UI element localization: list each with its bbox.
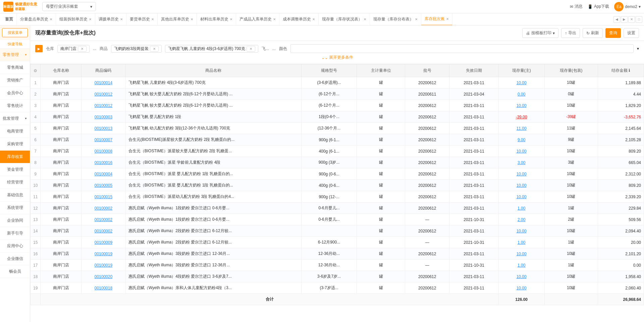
close-icon[interactable]: ✕ <box>230 17 232 21</box>
row-code[interactable]: 00100020 <box>82 271 126 282</box>
close-icon[interactable]: ✕ <box>273 17 276 21</box>
close-icon[interactable]: ✕ <box>151 17 154 21</box>
sidebar-item-member2[interactable]: 畅会员 <box>0 265 30 278</box>
row-code[interactable]: 00100013 <box>82 123 126 134</box>
row-qty-main[interactable]: 10.00 <box>498 77 544 89</box>
row-qty-main[interactable]: 3.00 <box>498 157 544 168</box>
row-code[interactable]: 00100019 <box>82 260 126 271</box>
row-qty-main[interactable]: 0.00 <box>498 89 544 100</box>
warehouse-tag[interactable]: 南岸门店 ✕ <box>57 45 90 53</box>
row-code[interactable]: 00100014 <box>82 77 126 89</box>
sidebar-item-member[interactable]: 会员中心 <box>0 87 30 100</box>
sidebar-item-retail-mgmt[interactable]: 零售管理 ▼ <box>0 49 30 61</box>
row-qty-main[interactable]: 10.00 <box>498 191 544 203</box>
tab-maximize[interactable]: □ <box>636 16 642 23</box>
row-code[interactable]: 00100009 <box>82 237 126 248</box>
tab-fendian[interactable]: 分量盘点单历史 ✕ <box>17 13 56 25</box>
row-code[interactable]: 00100012 <box>82 89 126 100</box>
row-code[interactable]: 00100003 <box>82 111 126 123</box>
row-code[interactable]: 00100008 <box>82 146 126 157</box>
row-code[interactable]: 00100016 <box>82 157 126 168</box>
row-code[interactable]: 00100002 <box>82 214 126 225</box>
row-qty-main[interactable]: 1.00 <box>498 260 544 271</box>
sidebar-item-system[interactable]: 系统管理 <box>0 202 30 214</box>
tab-xiancunliang2[interactable]: 现存量（库存分布表） ✕ <box>370 13 421 25</box>
app-download-button[interactable]: 📱 App下载 <box>588 4 609 9</box>
row-code[interactable]: 00100018 <box>82 282 126 294</box>
row-qty-main[interactable]: 10.00 <box>498 100 544 111</box>
row-qty-main[interactable]: 10.00 <box>498 271 544 282</box>
sidebar-item-wechat[interactable]: 企业微信 <box>0 253 30 265</box>
row-qty-main[interactable]: 2.00 <box>498 214 544 225</box>
export-button[interactable]: ↑ 导出 <box>561 28 580 38</box>
tab-chanpin[interactable]: 产成品入库单历史 ✕ <box>236 13 279 25</box>
settings-icon[interactable]: ⚙ <box>34 68 37 73</box>
sidebar-item-marketing[interactable]: 营销推广 <box>0 74 30 87</box>
close-icon[interactable]: ✕ <box>50 17 52 21</box>
row-code[interactable]: 00100007 <box>82 134 126 146</box>
product-tag-2-close[interactable]: ✕ <box>247 46 255 52</box>
tab-kucun-pici[interactable]: 库存批次账 ✕ <box>421 13 452 25</box>
query-button[interactable]: 查询 <box>605 28 621 38</box>
settings-button[interactable]: 设置 <box>624 28 639 38</box>
color-input[interactable] <box>290 44 634 53</box>
tab-cailiao[interactable]: 材料出库单历史 ✕ <box>197 13 236 25</box>
tab-chuku[interactable]: 其他出库单历史 ✕ <box>158 13 197 25</box>
row-qty-main[interactable]: 9.00 <box>498 134 544 146</box>
sidebar-item-enterprise[interactable]: 企业协同 <box>0 214 30 227</box>
close-icon[interactable]: ✕ <box>415 17 418 21</box>
sidebar-item-operations[interactable]: 经营管理 <box>0 176 30 189</box>
row-code[interactable]: 00100005 <box>82 180 126 191</box>
close-icon[interactable]: ✕ <box>120 17 123 21</box>
product-extra-dots[interactable]: ... <box>272 46 276 51</box>
row-code[interactable]: 00100002 <box>82 203 126 214</box>
user-menu[interactable]: Ea demo2 ▾ <box>614 2 641 11</box>
row-qty-main[interactable]: 11.00 <box>498 123 544 134</box>
sidebar-item-retail-stats[interactable]: 零售统计 <box>0 100 30 112</box>
tab-prev-arrow[interactable]: ◀ <box>613 16 620 23</box>
tab-diaopei[interactable]: 调拨单历史 ✕ <box>95 13 126 25</box>
tab-xiancunliang1[interactable]: 现存量（库存状况表） ✕ <box>319 13 370 25</box>
row-qty-main[interactable]: 10.00 <box>498 282 544 294</box>
close-icon[interactable]: ✕ <box>446 17 449 21</box>
quick-nav-button[interactable]: 快捷导航 <box>0 40 30 49</box>
sidebar-item-ecommerce[interactable]: 电商管理 <box>0 125 30 138</box>
product-tag-2[interactable]: 飞鹤星飞帆 儿童奶粉 4段(3-6岁适用) 700克 ✕ <box>165 45 258 53</box>
row-code[interactable]: 00100019 <box>82 248 126 260</box>
message-button[interactable]: ✉ 消息 <box>570 4 583 9</box>
expand-filter-button[interactable]: ▶ <box>35 45 43 52</box>
tab-chengben[interactable]: 成本调整单历史 ✕ <box>279 13 319 25</box>
tab-next-arrow[interactable]: ▶ <box>621 16 628 23</box>
row-qty-main[interactable]: 10.00 <box>498 225 544 237</box>
row-qty-main[interactable]: -39.00 <box>498 111 544 123</box>
close-icon[interactable]: ✕ <box>364 17 366 21</box>
close-icon[interactable]: ✕ <box>89 17 92 21</box>
sidebar-item-retail-mall[interactable]: 零售商城 <box>0 61 30 74</box>
row-code[interactable]: 00100002 <box>82 225 126 237</box>
template-print-button[interactable]: 🖨 按模板打印 ▾ <box>522 28 558 38</box>
row-qty-main[interactable]: 10.00 <box>498 248 544 260</box>
tab-home[interactable]: 首页 <box>2 13 17 25</box>
col-settings[interactable]: ⚙ <box>31 64 41 77</box>
sidebar-item-basic-info[interactable]: 基础信息 <box>0 189 30 202</box>
tab-yaohuo[interactable]: 要货单历史 ✕ <box>126 13 158 25</box>
search-menu-button[interactable]: 搜索菜单 <box>2 28 28 37</box>
close-icon[interactable]: ✕ <box>312 17 315 21</box>
product-tag-1[interactable]: 飞鹤奶粉3段两提装 ✕ <box>111 45 162 53</box>
row-qty-main[interactable]: 10.00 <box>498 146 544 157</box>
row-qty-main[interactable]: 10.00 <box>498 180 544 191</box>
row-qty-main[interactable]: 1.00 <box>498 237 544 248</box>
workspace-selector[interactable]: 母婴行业演示账套 ▾ <box>42 2 96 11</box>
row-qty-main[interactable]: 10.00 <box>498 168 544 180</box>
row-qty-main[interactable]: 1.00 <box>498 203 544 214</box>
refresh-button[interactable]: ↻ 刷新 <box>583 28 603 38</box>
tab-close-all[interactable]: ✕ <box>628 16 635 23</box>
warehouse-more-dots[interactable]: ... <box>93 46 96 51</box>
row-code[interactable]: 00100012 <box>82 100 126 111</box>
product-more-dots[interactable]: 飞... <box>262 46 269 52</box>
row-code[interactable]: 00100015 <box>82 191 126 203</box>
warehouse-tag-close[interactable]: ✕ <box>78 46 87 52</box>
product-tag-1-close[interactable]: ✕ <box>150 46 159 52</box>
sidebar-item-purchase[interactable]: 采购管理 <box>0 138 30 151</box>
close-icon[interactable]: ✕ <box>191 17 193 21</box>
